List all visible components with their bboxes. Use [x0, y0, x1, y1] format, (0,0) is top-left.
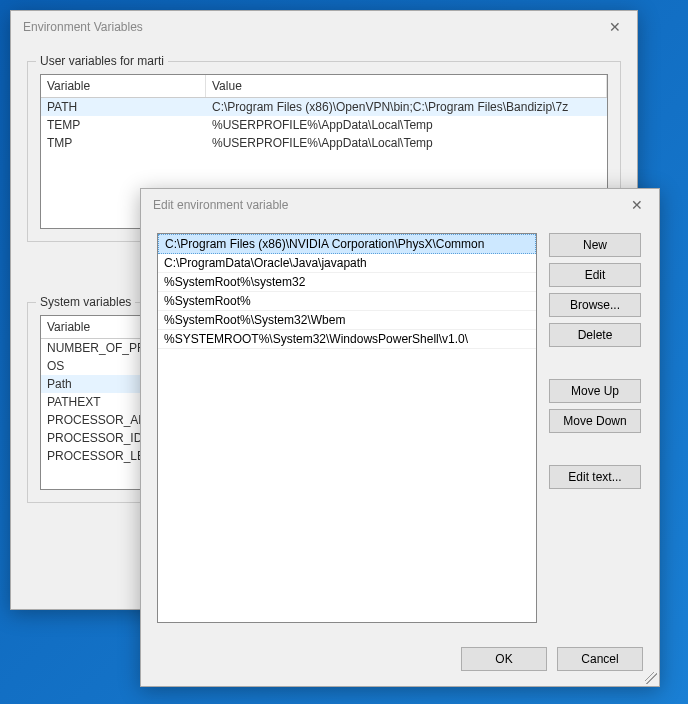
close-icon[interactable]: ✕ — [627, 197, 647, 213]
window-title: Environment Variables — [23, 20, 143, 34]
resize-grip-icon[interactable] — [645, 672, 657, 684]
path-entries-listbox[interactable]: C:\Program Files (x86)\NVIDIA Corporatio… — [157, 233, 537, 623]
new-button[interactable]: New — [549, 233, 641, 257]
close-icon[interactable]: ✕ — [605, 19, 625, 35]
window-title: Edit environment variable — [153, 198, 288, 212]
move-up-button[interactable]: Move Up — [549, 379, 641, 403]
list-item[interactable]: %SystemRoot% — [158, 292, 536, 311]
list-item[interactable]: C:\Program Files (x86)\NVIDIA Corporatio… — [158, 234, 536, 254]
delete-button[interactable]: Delete — [549, 323, 641, 347]
ok-button[interactable]: OK — [461, 647, 547, 671]
cancel-button[interactable]: Cancel — [557, 647, 643, 671]
edit-button[interactable]: Edit — [549, 263, 641, 287]
edit-env-variable-window: Edit environment variable ✕ C:\Program F… — [140, 188, 660, 687]
variable-value: C:\Program Files (x86)\OpenVPN\bin;C:\Pr… — [206, 98, 607, 116]
table-row[interactable]: TMP%USERPROFILE%\AppData\Local\Temp — [41, 134, 607, 152]
table-row[interactable]: PATHC:\Program Files (x86)\OpenVPN\bin;C… — [41, 98, 607, 116]
variable-value: %USERPROFILE%\AppData\Local\Temp — [206, 134, 607, 152]
list-item[interactable]: %SystemRoot%\system32 — [158, 273, 536, 292]
sys-group-label: System variables — [36, 295, 135, 309]
user-group-label: User variables for marti — [36, 54, 168, 68]
list-item[interactable]: %SYSTEMROOT%\System32\WindowsPowerShell\… — [158, 330, 536, 349]
variable-value: %USERPROFILE%\AppData\Local\Temp — [206, 116, 607, 134]
variable-name: TEMP — [41, 116, 206, 134]
browse-button[interactable]: Browse... — [549, 293, 641, 317]
variable-name: PATH — [41, 98, 206, 116]
titlebar: Edit environment variable ✕ — [141, 189, 659, 221]
list-item[interactable]: C:\ProgramData\Oracle\Java\javapath — [158, 254, 536, 273]
titlebar: Environment Variables ✕ — [11, 11, 637, 43]
list-item[interactable]: %SystemRoot%\System32\Wbem — [158, 311, 536, 330]
move-down-button[interactable]: Move Down — [549, 409, 641, 433]
edit-text-button[interactable]: Edit text... — [549, 465, 641, 489]
column-header-variable[interactable]: Variable — [41, 75, 206, 97]
table-row[interactable]: TEMP%USERPROFILE%\AppData\Local\Temp — [41, 116, 607, 134]
column-header-value[interactable]: Value — [206, 75, 607, 97]
variable-name: TMP — [41, 134, 206, 152]
button-column: New Edit Browse... Delete Move Up Move D… — [549, 233, 641, 623]
dialog-buttons: OK Cancel — [141, 639, 659, 685]
